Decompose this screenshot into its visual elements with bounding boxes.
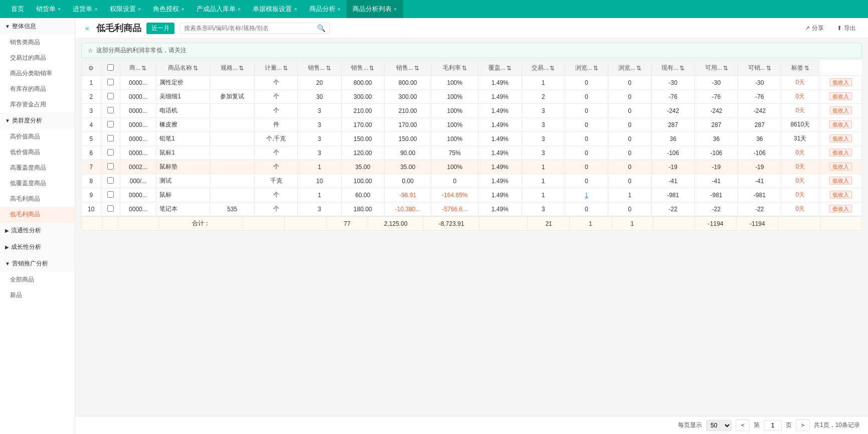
row-trade[interactable]: 0 <box>565 174 608 188</box>
col-browse2[interactable]: 浏览...⇅ <box>608 61 651 76</box>
period-button[interactable]: 近一月 <box>146 23 175 34</box>
nav-item-sales[interactable]: 销货单 × <box>30 0 67 18</box>
sidebar-item-in-stock[interactable]: 有库存的商品 <box>0 81 75 97</box>
col-unit[interactable]: 计量...⇅ <box>255 61 298 76</box>
sidebar-section-cluster[interactable]: ▼ 类群度分析 <box>0 112 75 129</box>
row-select-checkbox[interactable] <box>107 149 114 156</box>
col-coverage[interactable]: 覆盖...⇅ <box>478 61 522 76</box>
sort-icon: ⇅ <box>141 65 146 72</box>
sidebar-section-overall[interactable]: ▼ 整体信息 <box>0 18 75 35</box>
row-tag: 低收入 <box>819 132 862 146</box>
row-qty: 3 <box>298 146 341 160</box>
row-sellable: 0天 <box>781 90 819 104</box>
table-row: 7 0002... 鼠标垫 个 1 35.00 35.00 100% 1.49%… <box>82 160 862 174</box>
row-select-checkbox[interactable] <box>107 177 114 184</box>
sidebar-item-capital[interactable]: 库存资金占用 <box>0 97 75 112</box>
nav-item-home[interactable]: 首页 <box>5 0 30 18</box>
sidebar-section-growth[interactable]: ▶ 成长性分析 <box>0 239 75 255</box>
close-icon[interactable]: × <box>94 6 97 12</box>
row-checkbox <box>101 104 120 118</box>
sidebar-item-new-goods[interactable]: 新品 <box>0 287 75 303</box>
sidebar-item-high-value[interactable]: 高价值商品 <box>0 129 75 144</box>
col-trade[interactable]: 交易...⇅ <box>522 61 565 76</box>
sidebar-item-sales-goods[interactable]: 销售类商品 <box>0 35 75 50</box>
col-qty[interactable]: 销售...⇅ <box>298 61 341 76</box>
nav-item-goods-analysis[interactable]: 商品分析 × <box>303 0 346 18</box>
row-select-checkbox[interactable] <box>107 191 114 198</box>
col-code[interactable]: 商...⇅ <box>120 61 156 76</box>
close-icon[interactable]: × <box>181 6 184 12</box>
col-sellable[interactable]: 可销...⇅ <box>738 61 781 76</box>
col-settings[interactable]: ⚙ <box>82 61 101 76</box>
sidebar-item-low-coverage[interactable]: 低覆盖度商品 <box>0 176 75 191</box>
row-trade[interactable]: 0 <box>565 160 608 174</box>
per-page-select[interactable]: 50 20 100 <box>706 420 732 431</box>
row-coverage: 1 <box>522 174 565 188</box>
nav-item-purchase[interactable]: 进货单 × <box>67 0 103 18</box>
col-available[interactable]: 可用...⇅ <box>695 61 738 76</box>
nav-item-goods-analysis-list[interactable]: 商品分析列表 × <box>346 0 403 18</box>
sidebar-collapse-button[interactable]: « <box>83 24 91 32</box>
sidebar-item-all-goods[interactable]: 全部商品 <box>0 272 75 287</box>
row-qty: 10 <box>298 174 341 188</box>
col-browse1[interactable]: 浏览...⇅ <box>565 61 608 76</box>
row-select-checkbox[interactable] <box>107 135 114 141</box>
row-trade[interactable]: 0 <box>565 104 608 118</box>
row-select-checkbox[interactable] <box>107 107 114 113</box>
close-icon[interactable]: × <box>337 6 340 12</box>
sidebar-item-high-margin[interactable]: 高毛利商品 <box>0 191 75 207</box>
close-icon[interactable]: × <box>294 6 297 12</box>
close-icon[interactable]: × <box>138 6 141 12</box>
sidebar-section-marketing[interactable]: ▼ 营销推广分析 <box>0 255 75 272</box>
search-input[interactable] <box>184 25 317 32</box>
col-spec[interactable]: 规格...⇅ <box>210 61 254 76</box>
sidebar-item-category-rate[interactable]: 商品分类助销率 <box>0 66 75 81</box>
nav-item-template[interactable]: 单据模板设置 × <box>247 0 303 18</box>
row-select-checkbox[interactable] <box>107 163 114 170</box>
sort-icon: ⇅ <box>283 65 288 72</box>
sort-icon: ⇅ <box>766 65 771 72</box>
col-sales[interactable]: 销售...⇅ <box>385 61 431 76</box>
row-select-checkbox[interactable] <box>107 79 114 85</box>
close-icon[interactable]: × <box>58 6 61 12</box>
sidebar-item-traded-goods[interactable]: 交易过的商品 <box>0 50 75 66</box>
export-button[interactable]: ⬆ 导出 <box>833 23 860 34</box>
col-tag[interactable]: 标签⇅ <box>781 61 819 76</box>
col-margin[interactable]: 毛利率⇅ <box>431 61 478 76</box>
table-row: 6 0000... 鼠标1 个 3 120.00 90.00 75% 1.49%… <box>82 146 862 160</box>
sort-icon: ⇅ <box>414 65 419 72</box>
page-input[interactable] <box>764 420 782 430</box>
sidebar-item-low-value[interactable]: 低价值商品 <box>0 144 75 160</box>
nav-item-product-entry[interactable]: 产成品入库单 × <box>191 0 247 18</box>
footer-empty3 <box>118 217 159 231</box>
sidebar-item-low-margin[interactable]: 低毛利商品 <box>0 207 75 222</box>
row-trade[interactable]: 0 <box>565 202 608 216</box>
row-trade[interactable]: 1 <box>565 188 608 202</box>
col-stock[interactable]: 现有...⇅ <box>651 61 695 76</box>
row-trade[interactable]: 0 <box>565 132 608 146</box>
select-all-checkbox[interactable] <box>107 64 114 71</box>
row-name: 橡皮擦 <box>156 118 210 132</box>
row-select-checkbox[interactable] <box>107 205 114 212</box>
row-trade[interactable]: 0 <box>565 90 608 104</box>
next-page-button[interactable]: ＞ <box>796 419 810 431</box>
table-row: 1 0000... 属性定价 个 20 800.00 800.00 100% 1… <box>82 76 862 90</box>
row-trade[interactable]: 0 <box>565 76 608 90</box>
nav-item-permission[interactable]: 权限设置 × <box>104 0 147 18</box>
close-icon[interactable]: × <box>238 6 241 12</box>
row-checkbox <box>101 90 120 104</box>
sidebar-section-flow[interactable]: ▶ 流通性分析 <box>0 222 75 239</box>
row-select-checkbox[interactable] <box>107 93 114 99</box>
col-name[interactable]: 商品名称⇅ <box>156 61 210 76</box>
row-trade[interactable]: 0 <box>565 146 608 160</box>
row-browse1: 0 <box>608 90 651 104</box>
prev-page-button[interactable]: ＜ <box>736 419 750 431</box>
col-price[interactable]: 销售...⇅ <box>341 61 384 76</box>
row-select-checkbox[interactable] <box>107 121 114 127</box>
close-icon[interactable]: × <box>394 6 397 12</box>
share-button[interactable]: ↗ 分享 <box>801 23 828 34</box>
row-browse1: 0 <box>608 146 651 160</box>
sidebar-item-high-coverage[interactable]: 高覆盖度商品 <box>0 160 75 176</box>
nav-item-role[interactable]: 角色授权 × <box>147 0 190 18</box>
row-trade[interactable]: 0 <box>565 118 608 132</box>
